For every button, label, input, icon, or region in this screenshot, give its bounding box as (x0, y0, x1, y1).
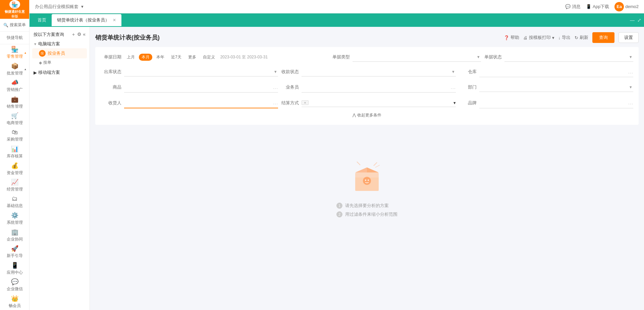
svg-point-4 (363, 177, 371, 185)
newbie-icon: 🚀 (11, 245, 18, 252)
date-btn-7days[interactable]: 近7天 (168, 54, 184, 61)
sidebar-item-purchase[interactable]: 🛍 采购管理 (0, 127, 30, 144)
left-panel: 按以下方案查询 ＋ ⚙ « ▼ 电脑端方案 按 按业务员 (30, 27, 90, 310)
svg-point-5 (365, 179, 366, 181)
salesperson-input[interactable] (302, 83, 450, 91)
warehouse-dots-icon[interactable]: … (628, 69, 633, 75)
order-scheme-icon: ◆ (39, 60, 42, 65)
payment-method-tag: × (302, 100, 308, 105)
sidebar-item-ecommerce[interactable]: 🛒 电商管理 (0, 111, 30, 127)
scheme-by-salesperson[interactable]: 按 按业务员 (32, 48, 87, 58)
settings-button[interactable]: 设置 (619, 32, 639, 43)
retail-icon: 🏪 (11, 46, 18, 53)
department-select[interactable]: ▾ (479, 83, 633, 92)
out-status-group: 出库状态 ▾ (101, 67, 278, 76)
collapse-arrow-icon: ⋀ (353, 113, 356, 117)
vip-icon: 👑 (11, 295, 18, 302)
warehouse-input[interactable] (479, 68, 628, 75)
brand-group: 品牌 … (456, 98, 633, 108)
svg-marker-2 (367, 167, 379, 172)
sidebar-item-system[interactable]: ⚙️ 系统管理 (0, 210, 30, 227)
template-print-btn[interactable]: 🖨 按模板打印 ▾ (523, 35, 554, 41)
message-btn[interactable]: 💬 消息 (565, 4, 581, 10)
breadcrumb[interactable]: 办公用品行业模拟账套 ▾ (35, 4, 84, 10)
refresh-btn[interactable]: ↻ 刷新 (575, 35, 588, 41)
consignee-dots-icon[interactable]: … (273, 100, 278, 106)
desktop-group-header[interactable]: ▼ 电脑端方案 (32, 40, 87, 48)
print-arrow-icon: ▾ (552, 35, 554, 40)
sidebar-item-operations[interactable]: 📈 经营管理 (0, 177, 30, 194)
payment-tag-close-icon[interactable]: × (304, 101, 306, 105)
brand-input[interactable] (479, 99, 628, 107)
help-icon: ❓ (504, 35, 509, 40)
salesperson-group: 业务员 … (278, 82, 455, 93)
consignee-input[interactable] (124, 99, 273, 106)
receipt-status-arrow-icon: ▾ (452, 69, 454, 74)
export-btn[interactable]: ↓ 导出 (558, 35, 571, 41)
basic-icon: 🗂 (12, 195, 18, 202)
goods-dots-icon[interactable]: … (273, 84, 278, 90)
settings-scheme-icon[interactable]: ⚙ (77, 32, 82, 38)
sidebar-item-marketing[interactable]: 📣 营销推广 (0, 78, 30, 94)
goods-label: 商品 (101, 84, 124, 90)
out-status-label: 出库状态 (101, 69, 124, 75)
out-status-select[interactable]: ▾ (124, 67, 278, 76)
date-btn-this-month[interactable]: 本月 (139, 54, 152, 61)
goods-group: 商品 … (101, 82, 278, 93)
sidebar-item-sales[interactable]: 💼 销售管理 (0, 94, 30, 111)
finance-icon: 💰 (11, 162, 18, 169)
sidebar-item-retail[interactable]: 🏪 零售管理 (0, 44, 30, 61)
doc-status-select[interactable]: ▾ (504, 52, 633, 62)
brand-dots-icon[interactable]: … (628, 100, 633, 106)
sidebar-item-finance[interactable]: 💰 资金管理 (0, 161, 30, 177)
operations-icon: 📈 (11, 178, 18, 186)
tab-fullscreen-icon[interactable]: ⤢ (637, 17, 641, 23)
goods-input[interactable] (124, 83, 273, 91)
sidebar-item-wholesale[interactable]: 📦 批发管理 (0, 61, 30, 78)
sidebar-item-vip[interactable]: 👑 畅会员 (0, 293, 30, 310)
page-actions: ❓ 帮助 🖨 按模板打印 ▾ ↓ 导出 ↻ 刷新 (504, 32, 639, 43)
add-scheme-icon[interactable]: ＋ (71, 32, 76, 38)
tab-close-icon[interactable]: ✕ (113, 18, 116, 22)
empty-illustration (347, 156, 387, 196)
app-download-btn[interactable]: 📱 App下载 (586, 4, 609, 10)
mobile-group: ▶ 移动端方案 (30, 68, 90, 77)
sidebar-item-newbie[interactable]: 🚀 新手引导 (0, 244, 30, 260)
left-panel-header: 按以下方案查询 ＋ ⚙ « (30, 30, 90, 40)
collapse-btn[interactable]: ⋀ 收起更多条件 (353, 113, 381, 117)
date-btn-custom[interactable]: 自定义 (200, 54, 218, 61)
quick-nav-btn[interactable]: 快捷导航 (0, 32, 30, 44)
tip2-num: 2 (336, 211, 342, 217)
sidebar: 🏪 畅捷通好生意 标版 🔍 搜索菜单 快捷导航 🏪 零售管理 📦 批发管理 📣 … (0, 0, 30, 310)
help-btn[interactable]: ❓ 帮助 (504, 35, 519, 41)
mobile-group-header[interactable]: ▶ 移动端方案 (32, 68, 87, 77)
breadcrumb-text: 办公用品行业模拟账套 (35, 4, 78, 10)
tab-close-window-icon[interactable]: — (630, 17, 635, 23)
sidebar-item-inventory[interactable]: 📊 库存核算 (0, 144, 30, 160)
consignee-label: 收货人 (101, 100, 124, 106)
date-btn-more[interactable]: 更多 (185, 54, 199, 61)
date-btn-this-year[interactable]: 本年 (154, 54, 167, 61)
date-btn-last-month[interactable]: 上月 (124, 54, 138, 61)
doc-type-select[interactable]: ▾ (353, 52, 481, 62)
filter-form: 单据日期 上月 本月 本年 近7天 更多 自定义 2023-03-01 至 20… (95, 47, 639, 125)
scheme-by-order[interactable]: ◆ 按单 (36, 58, 87, 67)
user-menu[interactable]: Ea demo2 (614, 2, 639, 11)
sidebar-item-apps[interactable]: 📱 应用中心 (0, 260, 30, 277)
receipt-status-select[interactable]: ▾ (302, 67, 455, 76)
wechat-icon: 💬 (11, 278, 18, 286)
doc-type-control: ▾ (353, 52, 481, 62)
salesperson-dots-icon[interactable]: … (450, 84, 456, 90)
sidebar-item-basic[interactable]: 🗂 基础信息 (0, 194, 30, 210)
page-header: 销货单统计表(按业务员) ❓ 帮助 🖨 按模板打印 ▾ ↓ 导出 (95, 32, 639, 43)
tab-expand-actions: — ⤢ (630, 17, 641, 23)
sidebar-item-wechat[interactable]: 💬 企业微信 (0, 277, 30, 293)
query-button[interactable]: 查询 (592, 32, 614, 43)
date-options: 上月 本月 本年 近7天 更多 自定义 2023-03-01 至 2023-03… (124, 54, 268, 61)
collapse-panel-icon[interactable]: « (83, 32, 86, 38)
filter-row-2: 出库状态 ▾ 收款状态 ▾ (101, 66, 633, 77)
sidebar-item-enterprise[interactable]: 🏢 企业协同 (0, 227, 30, 244)
search-menu-btn[interactable]: 🔍 搜索菜单 (0, 19, 30, 32)
tab-sales-stats[interactable]: 销货单统计表（按业务员） ✕ (52, 14, 121, 26)
tab-home[interactable]: 首页 (32, 14, 52, 26)
